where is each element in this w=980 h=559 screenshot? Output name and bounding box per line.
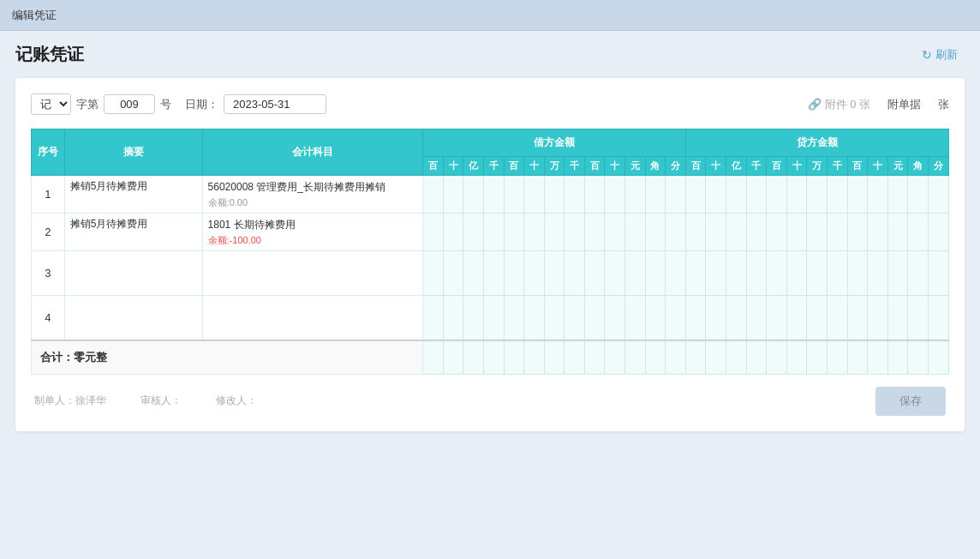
credit-cell[interactable] [685, 296, 706, 340]
debit-cell[interactable] [625, 251, 646, 296]
debit-cell[interactable] [625, 176, 646, 213]
debit-cell[interactable] [423, 251, 444, 296]
debit-cell[interactable] [605, 176, 625, 213]
debit-cell[interactable] [584, 251, 605, 296]
credit-cell[interactable] [928, 213, 948, 251]
row-account[interactable] [202, 251, 423, 296]
credit-cell[interactable] [807, 176, 828, 213]
credit-cell[interactable] [847, 176, 868, 213]
credit-cell[interactable] [908, 213, 929, 251]
credit-cell[interactable] [706, 176, 726, 213]
credit-cell[interactable] [685, 213, 706, 251]
debit-cell[interactable] [544, 296, 565, 340]
debit-cell[interactable] [483, 213, 504, 251]
credit-cell[interactable] [786, 213, 807, 251]
debit-cell[interactable] [463, 296, 484, 340]
debit-cell[interactable] [565, 251, 585, 296]
debit-cell[interactable] [443, 296, 463, 340]
credit-cell[interactable] [908, 296, 929, 340]
debit-cell[interactable] [605, 296, 625, 340]
credit-cell[interactable] [908, 251, 929, 296]
voucher-number-input[interactable] [104, 94, 155, 114]
row-summary[interactable] [64, 251, 202, 296]
debit-cell[interactable] [544, 251, 565, 296]
credit-cell[interactable] [746, 296, 767, 340]
debit-cell[interactable] [565, 176, 585, 213]
debit-cell[interactable] [524, 176, 545, 213]
debit-cell[interactable] [645, 296, 666, 340]
debit-cell[interactable] [666, 176, 686, 213]
debit-cell[interactable] [565, 213, 585, 251]
credit-cell[interactable] [767, 176, 787, 213]
credit-cell[interactable] [786, 296, 807, 340]
debit-cell[interactable] [666, 251, 686, 296]
credit-cell[interactable] [786, 251, 807, 296]
debit-cell[interactable] [584, 176, 605, 213]
credit-cell[interactable] [868, 296, 888, 340]
row-account[interactable]: 56020008 管理费用_长期待摊费用摊销余额:0.00 [202, 176, 423, 213]
debit-cell[interactable] [443, 213, 463, 251]
credit-cell[interactable] [887, 296, 908, 340]
debit-cell[interactable] [625, 296, 646, 340]
debit-cell[interactable] [423, 296, 444, 340]
credit-cell[interactable] [887, 213, 908, 251]
debit-cell[interactable] [423, 176, 444, 213]
debit-cell[interactable] [645, 213, 666, 251]
credit-cell[interactable] [746, 213, 767, 251]
row-summary[interactable]: 摊销5月待摊费用 [64, 176, 202, 213]
credit-cell[interactable] [847, 296, 868, 340]
debit-cell[interactable] [483, 251, 504, 296]
row-account[interactable] [202, 296, 423, 340]
debit-cell[interactable] [463, 251, 484, 296]
credit-cell[interactable] [767, 296, 787, 340]
debit-cell[interactable] [645, 176, 666, 213]
debit-cell[interactable] [504, 296, 524, 340]
credit-cell[interactable] [706, 296, 726, 340]
credit-cell[interactable] [685, 251, 706, 296]
row-account[interactable]: 1801 长期待摊费用余额:-100.00 [202, 213, 423, 251]
debit-cell[interactable] [625, 213, 646, 251]
credit-cell[interactable] [767, 251, 787, 296]
credit-cell[interactable] [746, 176, 767, 213]
credit-cell[interactable] [706, 251, 726, 296]
credit-cell[interactable] [928, 176, 948, 213]
credit-cell[interactable] [828, 296, 848, 340]
debit-cell[interactable] [605, 213, 625, 251]
row-summary[interactable] [64, 296, 202, 340]
debit-cell[interactable] [463, 176, 484, 213]
credit-cell[interactable] [706, 213, 726, 251]
credit-cell[interactable] [928, 251, 948, 296]
date-input[interactable] [224, 94, 326, 114]
debit-cell[interactable] [524, 296, 545, 340]
credit-cell[interactable] [807, 296, 828, 340]
credit-cell[interactable] [726, 251, 747, 296]
debit-cell[interactable] [544, 213, 565, 251]
credit-cell[interactable] [868, 251, 888, 296]
save-button[interactable]: 保存 [875, 387, 946, 416]
debit-cell[interactable] [504, 213, 524, 251]
single-doc-link[interactable]: 附单据 [887, 97, 921, 112]
refresh-button[interactable]: ↻ 刷新 [915, 44, 965, 66]
debit-cell[interactable] [443, 176, 463, 213]
credit-cell[interactable] [828, 251, 848, 296]
debit-cell[interactable] [605, 251, 625, 296]
credit-cell[interactable] [887, 251, 908, 296]
credit-cell[interactable] [746, 251, 767, 296]
debit-cell[interactable] [666, 296, 686, 340]
debit-cell[interactable] [504, 251, 524, 296]
credit-cell[interactable] [908, 176, 929, 213]
credit-cell[interactable] [868, 176, 888, 213]
credit-cell[interactable] [767, 213, 787, 251]
credit-cell[interactable] [828, 176, 848, 213]
debit-cell[interactable] [666, 213, 686, 251]
debit-cell[interactable] [483, 176, 504, 213]
credit-cell[interactable] [847, 251, 868, 296]
debit-cell[interactable] [565, 296, 585, 340]
credit-cell[interactable] [807, 213, 828, 251]
credit-cell[interactable] [726, 213, 747, 251]
row-summary[interactable]: 摊销5月待摊费用 [64, 213, 202, 251]
debit-cell[interactable] [423, 213, 444, 251]
credit-cell[interactable] [726, 296, 747, 340]
debit-cell[interactable] [524, 251, 545, 296]
credit-cell[interactable] [828, 213, 848, 251]
